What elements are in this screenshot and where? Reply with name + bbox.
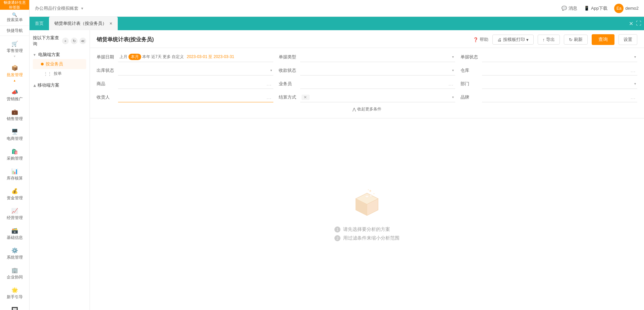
left-panel-title: 按以下方案查询: [33, 35, 62, 47]
sidebar-item-marketing[interactable]: 📣 营销推广: [0, 86, 29, 105]
left-panel: 按以下方案查询 + ↻ ≪ ▼ 电脑端方案 按业务员 ⋮⋮ 按单: [30, 30, 90, 310]
doc-status-select[interactable]: ▾: [482, 52, 637, 62]
settings-button[interactable]: 设置: [619, 34, 637, 45]
date-btn-custom[interactable]: 自定义: [172, 54, 184, 60]
hint-text-2: 用过滤条件来缩小分析范围: [343, 235, 399, 241]
out-status-label: 出库状态: [97, 67, 115, 73]
content-area: 按以下方案查询 + ↻ ≪ ▼ 电脑端方案 按业务员 ⋮⋮ 按单: [30, 30, 644, 310]
filter-row-1: 单据日期 上月 本月 本年 近7天 更多 自定义 2023-03-01 至 20…: [97, 52, 637, 62]
sidebar-item-enterprise[interactable]: 🏢 企业协同: [0, 264, 29, 283]
sidebar-search[interactable]: 🔍 搜索菜单: [0, 10, 29, 26]
export-btn[interactable]: ↑ 导出: [538, 35, 560, 45]
page-header: 销货单统计表(按业务员) ❓ 帮助 🖨 按模板打印 ▾ ↑ 导出: [90, 30, 644, 48]
collapse-up-icon: ⋀: [353, 107, 356, 112]
hint-num-1: 1: [334, 226, 340, 232]
dept-filter-cell: 部门 ▾: [461, 79, 637, 89]
left-panel-collapse-btn[interactable]: ≪: [79, 38, 86, 44]
date-btn-7days[interactable]: 近7天: [151, 54, 162, 60]
svg-point-4: [370, 190, 371, 192]
date-btn-this-year[interactable]: 本年: [142, 54, 150, 60]
tab-window-close-icon[interactable]: ✕: [629, 20, 633, 27]
date-btn-this-month[interactable]: 本月: [128, 54, 141, 60]
left-panel-item-order[interactable]: ⋮⋮ 按单: [33, 69, 86, 78]
date-filter-cell: 单据日期 上月 本月 本年 近7天 更多 自定义 2023-03-01 至 20…: [97, 52, 273, 62]
settle-select[interactable]: ✕ ▾: [300, 92, 455, 102]
message-btn[interactable]: 💬 消息: [561, 5, 577, 11]
empty-state: 1 请先选择要分析的方案 2 用过滤条件来缩小分析范围: [90, 118, 644, 310]
sidebar-item-sales[interactable]: 💼 销售管理: [0, 105, 29, 125]
salesperson-dots: …: [448, 81, 454, 87]
salesperson-filter-cell: 业务员 …: [279, 79, 455, 89]
refresh-label: 刷新: [574, 37, 583, 43]
sidebar-item-inventory[interactable]: 📊 库存核算: [0, 165, 29, 185]
brand-dots: …: [630, 94, 636, 100]
left-panel-item-salesperson[interactable]: 按业务员: [33, 59, 86, 69]
warehouse-filter-cell: 仓库 …: [461, 65, 637, 75]
enterprise-icon: 🏢: [11, 267, 18, 273]
salesperson-item-label: 按业务员: [46, 61, 63, 67]
settle-tag-close[interactable]: ✕: [304, 95, 307, 100]
sidebar-item-apps[interactable]: 🔲 应用中心: [0, 303, 29, 310]
receiver-label: 收货人: [97, 94, 115, 100]
wholesale-icon: 📦: [11, 65, 18, 71]
apps-icon: 🔲: [11, 307, 18, 310]
salesperson-label: 业务员: [279, 81, 298, 87]
sidebar-logo[interactable]: 畅捷通好生意 标签版: [0, 0, 29, 10]
message-icon: 💬: [561, 6, 567, 11]
sidebar-logo-text: 畅捷通好生意: [4, 0, 26, 5]
sidebar-item-wholesale[interactable]: 📦 批发管理 ▲: [0, 61, 29, 86]
svg-rect-8: [370, 194, 372, 197]
date-filter-options: 上月 本月 本年 近7天 更多 自定义 2023-03-01 至 2023-03…: [118, 52, 273, 62]
sidebar-item-label-enterprise: 企业协同: [7, 274, 23, 280]
collapse-conditions-btn[interactable]: ⋀ 收起更多条件: [353, 104, 381, 114]
tab-maximize-icon[interactable]: ⛶: [636, 20, 641, 27]
refresh-btn[interactable]: ↻ 刷新: [564, 35, 588, 45]
goods-select[interactable]: …: [118, 79, 273, 89]
collect-status-arrow: ▾: [452, 68, 454, 72]
left-panel-refresh-btn[interactable]: ↻: [71, 38, 77, 44]
left-panel-section-desktop-title[interactable]: ▼ 电脑端方案: [33, 50, 86, 59]
left-panel-section-mobile-title[interactable]: ▶ 移动端方案: [33, 81, 86, 90]
brand-select[interactable]: …: [482, 92, 637, 102]
out-status-select[interactable]: ▾: [118, 65, 273, 75]
dept-select[interactable]: ▾: [482, 79, 637, 89]
sidebar-item-finance[interactable]: 💰 资金管理: [0, 185, 29, 204]
help-action[interactable]: ❓ 帮助: [473, 37, 488, 43]
inventory-icon: 📊: [11, 168, 18, 174]
sidebar-item-label-finance: 资金管理: [7, 195, 23, 201]
sidebar-item-purchase[interactable]: 🛍️ 采购管理: [0, 145, 29, 165]
salesperson-select[interactable]: …: [300, 79, 455, 89]
app-download-btn[interactable]: 📱 App下载: [584, 5, 607, 11]
basic-icon: 🗃️: [11, 227, 18, 234]
mobile-section-label: 移动端方案: [38, 82, 59, 88]
doc-type-select[interactable]: ▾: [300, 52, 455, 62]
sidebar-item-label-system: 系统管理: [7, 255, 23, 260]
sidebar-item-newbie[interactable]: 🌟 新手引导: [0, 283, 29, 303]
sidebar-item-basic[interactable]: 🗃️ 基础信息: [0, 224, 29, 244]
sidebar-quick-nav[interactable]: 快捷导航: [0, 26, 29, 36]
sidebar-item-label-basic: 基础信息: [7, 235, 23, 241]
topbar-arrow-icon: ▾: [81, 6, 83, 11]
tab-close-icon[interactable]: ✕: [109, 21, 112, 26]
tab-home[interactable]: 首页: [30, 17, 49, 30]
sidebar-item-label-wholesale: 批发管理: [7, 72, 23, 78]
tab-sales-stat[interactable]: 销货单统计表（按业务员） ✕: [49, 17, 118, 30]
query-button[interactable]: 查询: [592, 34, 614, 45]
left-panel-add-btn[interactable]: +: [62, 38, 69, 44]
user-avatar-btn[interactable]: Ea demo2: [614, 4, 639, 13]
receiver-input[interactable]: …: [118, 92, 273, 102]
settle-arrow: ▾: [452, 95, 454, 99]
template-print-btn[interactable]: 🖨 按模板打印 ▾: [492, 35, 534, 45]
warehouse-select[interactable]: …: [482, 65, 637, 75]
sidebar-item-system[interactable]: ⚙️ 系统管理: [0, 244, 29, 264]
sidebar-item-operations[interactable]: 📈 经营管理: [0, 204, 29, 224]
receiver-dots: …: [266, 94, 272, 100]
collect-status-select[interactable]: ▾: [300, 65, 455, 75]
sidebar-item-retail[interactable]: 🛒 零售管理 ▼: [0, 37, 29, 61]
finance-icon: 💰: [11, 188, 18, 194]
help-label: 帮助: [480, 37, 488, 43]
date-btn-last-month[interactable]: 上月: [119, 54, 127, 60]
sidebar-item-ecommerce[interactable]: 🖥️ 电商管理: [0, 125, 29, 145]
sidebar-logo-subtext: 标签版: [9, 5, 20, 9]
date-btn-more[interactable]: 更多: [163, 54, 171, 60]
